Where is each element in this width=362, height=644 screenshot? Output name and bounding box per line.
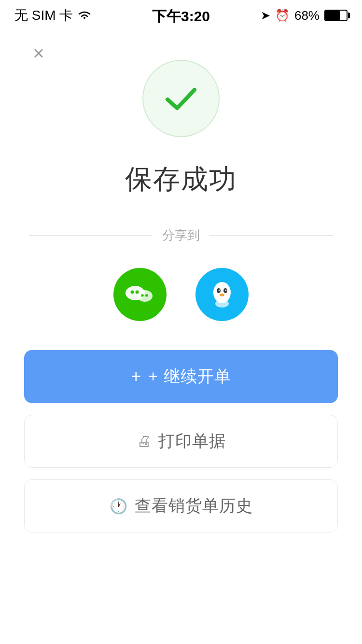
svg-point-5 [145, 294, 148, 297]
qq-icon [207, 279, 237, 310]
svg-point-2 [131, 291, 134, 294]
continue-plus-icon: + [131, 366, 141, 387]
status-bar-right: ➤ ⏰ 68% [261, 8, 348, 23]
print-label: 打印单据 [158, 430, 226, 452]
print-icon: 🖨 [137, 433, 152, 449]
share-qq-button[interactable] [195, 268, 249, 321]
close-button[interactable]: × [24, 39, 53, 68]
history-button[interactable]: 🕐 查看销货单历史 [24, 479, 338, 532]
print-button[interactable]: 🖨 打印单据 [24, 415, 338, 468]
close-icon: × [33, 42, 44, 64]
share-wechat-button[interactable] [113, 268, 167, 321]
divider-line-right [209, 235, 333, 236]
svg-point-3 [136, 291, 139, 294]
battery-pct: 68% [294, 8, 320, 23]
svg-point-11 [220, 294, 224, 296]
wifi-icon [78, 10, 91, 21]
success-title: 保存成功 [125, 161, 237, 198]
wechat-icon [125, 281, 155, 308]
alarm-icon: ⏰ [275, 9, 290, 22]
share-icons-row [113, 268, 249, 321]
share-section: 分享到 [0, 227, 362, 321]
share-label: 分享到 [162, 227, 200, 244]
history-icon: 🕐 [110, 498, 128, 515]
svg-point-9 [219, 290, 220, 291]
svg-point-1 [137, 290, 153, 302]
divider-line-left [29, 235, 153, 236]
buttons-section: + + 继续开单 🖨 打印单据 🕐 查看销货单历史 [0, 350, 362, 532]
status-bar-left: 无 SIM 卡 [14, 6, 91, 25]
share-divider-row: 分享到 [0, 227, 362, 244]
continue-label: + 继续开单 [148, 365, 231, 388]
main-content: 保存成功 分享到 [0, 31, 362, 532]
history-label: 查看销货单历史 [135, 495, 253, 517]
svg-point-4 [141, 294, 144, 297]
svg-point-10 [225, 290, 227, 291]
status-bar-time: 下午3:20 [152, 7, 210, 27]
success-icon-wrap [142, 60, 220, 137]
continue-button[interactable]: + + 继续开单 [24, 350, 338, 403]
location-icon: ➤ [261, 9, 270, 22]
battery-bar [324, 10, 348, 21]
status-bar: 无 SIM 卡 下午3:20 ➤ ⏰ 68% [0, 0, 362, 31]
sim-label: 无 SIM 卡 [14, 6, 73, 25]
svg-point-12 [215, 300, 229, 308]
checkmark-icon [162, 79, 200, 118]
